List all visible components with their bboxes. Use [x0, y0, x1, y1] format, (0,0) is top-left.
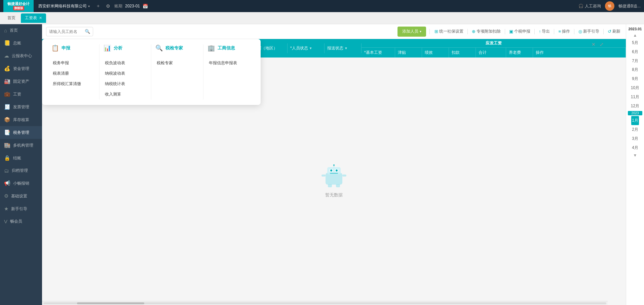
filter-icon[interactable]: ▼ [309, 46, 312, 50]
scroll-track[interactable] [43, 302, 606, 304]
tax-dropdown-menu[interactable]: 📋 申报 税务申报税表清册所得税汇算清缴 📊 分析 税负波动表纳税波动表纳税统计… [42, 39, 261, 105]
dm-item-税务申报[interactable]: 税务申报 [51, 58, 95, 68]
calendar-month-10月[interactable]: 10月 [630, 83, 640, 92]
sidebar-item-assets[interactable]: 🏭 固定资产 [0, 75, 42, 88]
calendar-nav-down[interactable]: ▼ [626, 152, 644, 158]
xiaochang-icon: 📢 [4, 180, 10, 186]
dm-item-税检专家[interactable]: 税检专家 [155, 58, 199, 68]
sidebar-item-tax[interactable]: 📑 税务管理 [0, 126, 42, 139]
sidebar-label-invoice: 发票管理 [13, 104, 29, 110]
dm-item-税表清册[interactable]: 税表清册 [51, 68, 95, 79]
toolbar-guide-button[interactable]: ◎ 新手引导 [577, 29, 601, 34]
sidebar-item-xiaochang[interactable]: 📢 小畅报销 [0, 177, 42, 190]
calendar-icon[interactable]: 📅 [143, 4, 148, 9]
toolbar-sep [574, 29, 574, 34]
dm-icon-tax-expert: 🔍 [155, 44, 163, 52]
sidebar-label-basic: 基础设置 [11, 193, 27, 199]
sidebar-item-close[interactable]: 🔒 结账 [0, 152, 42, 164]
toolbar-special-deduction-button[interactable]: ⊕ 专项附加扣除 [470, 29, 502, 34]
calendar-month-5月[interactable]: 5月 [630, 38, 640, 47]
tab-close-icon[interactable]: ✕ [39, 16, 42, 20]
add-company-button[interactable]: ＋ [94, 3, 102, 9]
calendar-month-11月[interactable]: 11月 [630, 92, 640, 102]
dm-item-纳税统计表[interactable]: 纳税统计表 [104, 79, 147, 89]
close-panel-icon[interactable]: ✕ [590, 42, 597, 47]
expand-icon[interactable]: ⤢ [598, 42, 605, 47]
toolbar-export-button[interactable]: ↑ 导出 [537, 29, 552, 34]
calendar-up-icon[interactable]: ▲ [631, 32, 639, 38]
scroll-thumb[interactable] [77, 302, 144, 304]
sidebar-item-inventory[interactable]: 📦 库存核算 [0, 113, 42, 126]
chevron-down-icon: ▾ [88, 4, 90, 8]
search-input[interactable] [49, 29, 83, 34]
calendar-nav-up[interactable]: ▲ [626, 32, 644, 38]
report-icon: ☁ [4, 53, 9, 59]
sidebar-item-newbie[interactable]: ★ 新手引导 [0, 202, 42, 215]
invoice-icon: 🧾 [4, 104, 10, 110]
add-person-arrow-icon: ▾ [420, 30, 421, 33]
sidebar-item-multi-org[interactable]: 🏬 多机构管理 [0, 139, 42, 152]
sidebar-item-ledger[interactable]: 📒 总账 [0, 37, 42, 49]
period-value: 2023-01 [125, 4, 140, 8]
special-deduction-label: 专项附加扣除 [477, 29, 501, 34]
dm-section-biz-info: 🏢 工商信息 年报信息申报表 [203, 44, 256, 100]
horizontal-scrollbar[interactable] [42, 301, 608, 305]
toolbar-operation-button[interactable]: ≡ 操作 [557, 29, 571, 34]
calendar-month-8月[interactable]: 8月 [630, 65, 640, 74]
calendar-down-icon[interactable]: ▼ [631, 152, 639, 158]
assets-icon: 🏭 [4, 78, 10, 84]
sidebar-item-archive[interactable]: 🗂 归档管理 [0, 164, 42, 177]
avatar[interactable]: 畅 [605, 1, 614, 11]
dm-title-declaration: 📋 申报 [51, 44, 95, 54]
payroll-group-header: 应发工资 [362, 39, 626, 48]
calendar-month-6月[interactable]: 6月 [630, 47, 640, 56]
sidebar-item-home[interactable]: ⌂ 首页 [0, 24, 42, 37]
calendar-month-2月[interactable]: 2月 [631, 125, 639, 134]
headset-icon: 🎧 [578, 4, 583, 8]
calendar-month-4月[interactable]: 4月 [631, 143, 639, 152]
dm-title-analysis: 📊 分析 [104, 44, 147, 54]
sidebar-item-invoice[interactable]: 🧾 发票管理 [0, 101, 42, 113]
sidebar-item-vip[interactable]: V 畅会员 [0, 215, 42, 228]
calendar-month-1月[interactable]: 1月 [631, 116, 639, 125]
sidebar-label-multi-org: 多机构管理 [13, 143, 33, 148]
sidebar-item-basic[interactable]: ⚙ 基础设置 [0, 190, 42, 202]
dm-item-收入测算[interactable]: 收入测算 [104, 89, 147, 100]
basic-icon: ⚙ [4, 193, 8, 199]
sidebar-item-payroll[interactable]: 💼 工资 [0, 88, 42, 101]
dm-section-analysis: 📊 分析 税负波动表纳税波动表纳税统计表收入测算 [100, 44, 152, 100]
toolbar-refresh-button[interactable]: ↺ 刷新 [606, 29, 622, 34]
toolbar-sep [554, 29, 554, 34]
search-icon: 🔍 [85, 29, 90, 34]
toolbar-tax-return-button[interactable]: ▣ 个税申报 [508, 29, 532, 34]
calendar-month-3月[interactable]: 3月 [631, 134, 639, 143]
col-header-pension: 养老费 [506, 48, 533, 58]
tab-home[interactable]: 首页 [3, 13, 20, 23]
dm-item-年报信息申报表[interactable]: 年报信息申报表 [207, 58, 252, 68]
tab-home-label: 首页 [7, 15, 15, 21]
col-header-allowance: 津贴 [395, 48, 422, 58]
add-person-label: 添加人员 [402, 29, 418, 34]
right-calendar-panel: 2023.01 ▲ 5月6月7月8月9月10月11月12月 2023 1月2月3… [626, 24, 644, 305]
calendar-month-9月[interactable]: 9月 [630, 74, 640, 83]
svg-rect-6 [330, 173, 338, 174]
dm-item-税负波动表[interactable]: 税负波动表 [104, 58, 147, 68]
toolbar-social-security-button[interactable]: ⊞ 统一社保设置 [433, 29, 465, 34]
dm-icon-declaration: 📋 [51, 44, 59, 52]
calendar-month-12月[interactable]: 12月 [630, 102, 640, 111]
calendar-month-7月[interactable]: 7月 [630, 56, 640, 66]
export-label: 导出 [542, 29, 550, 34]
dm-item-所得税汇算清缴[interactable]: 所得税汇算清缴 [51, 79, 95, 89]
search-input-wrap[interactable]: 🔍 [46, 27, 93, 36]
sidebar-item-report[interactable]: ☁ 云报表中心 [0, 49, 42, 62]
app-logo[interactable]: 畅捷通好会计 旗舰版 [3, 0, 34, 12]
tab-payroll[interactable]: 工资表 ✕ [21, 13, 46, 23]
company-selector[interactable]: 西安虾米网络科技有限公司 ▾ [36, 3, 92, 9]
dm-label-analysis: 分析 [114, 45, 122, 51]
settings-icon[interactable]: ⚙ [105, 3, 112, 9]
sidebar-item-funds[interactable]: 💰 资金管理 [0, 62, 42, 75]
filter-icon[interactable]: ▼ [344, 46, 348, 50]
dm-item-纳税波动表[interactable]: 纳税波动表 [104, 68, 147, 79]
support-button[interactable]: 🎧 人工咨询 [578, 3, 601, 9]
add-person-button[interactable]: 添加人员 ▾ [397, 27, 426, 37]
